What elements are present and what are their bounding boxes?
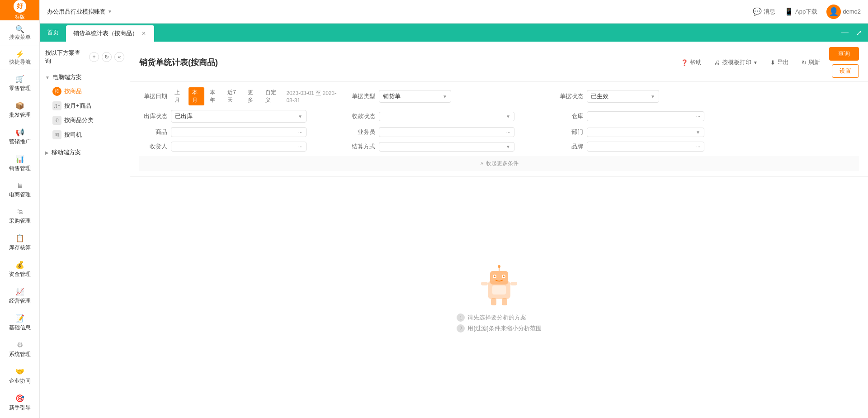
tree-child-by-month-product[interactable]: 月+ 按月+商品 bbox=[40, 99, 130, 113]
basic-icon: 📝 bbox=[15, 314, 24, 323]
tab-bar: 首页 销货单统计表（按商品） ✕ — ⤢ bbox=[40, 24, 868, 42]
payment-select[interactable]: ▼ bbox=[379, 142, 514, 152]
left-panel: 按以下方案查询 + ↻ « ▼ 电脑端方案 bbox=[40, 42, 130, 418]
search-menu-label: 搜索菜单 bbox=[9, 34, 31, 40]
date-tab-last-month[interactable]: 上月 bbox=[171, 87, 187, 105]
salesman-dots[interactable]: ··· bbox=[506, 129, 510, 135]
content-area: 按以下方案查询 + ↻ « ▼ 电脑端方案 bbox=[40, 42, 868, 418]
sidebar-sales-label: 销售管理 bbox=[9, 165, 31, 172]
collapse-panel-btn[interactable]: « bbox=[114, 52, 124, 62]
recipient-dots[interactable]: ··· bbox=[298, 144, 302, 149]
doc-status-select[interactable]: 已生效 ▼ bbox=[587, 90, 659, 103]
print-template-btn[interactable]: 🖨 按模板打印 ▼ bbox=[711, 57, 761, 68]
svg-rect-12 bbox=[492, 285, 506, 294]
sidebar: 好 标版 🔍 搜索菜单 ⚡ 快捷导航 🛒 零售管理 📦 批发管理 📢 营销推广 … bbox=[0, 0, 40, 418]
export-icon: ⬇ bbox=[770, 59, 775, 66]
salesman-label: 业务员 bbox=[343, 128, 379, 136]
date-tab-custom[interactable]: 自定义 bbox=[262, 87, 282, 105]
salesman-input[interactable]: ··· bbox=[379, 127, 514, 137]
query-btn[interactable]: 查询 bbox=[829, 47, 859, 61]
sidebar-item-system[interactable]: ⚙ 系统管理 bbox=[0, 336, 39, 363]
app-logo[interactable]: 好 标版 bbox=[0, 0, 40, 20]
brand-label: 品牌 bbox=[551, 142, 587, 151]
sidebar-item-marketing[interactable]: 📢 营销推广 bbox=[0, 124, 39, 150]
by-category-label: 按商品分类 bbox=[64, 116, 94, 124]
sidebar-item-newbie[interactable]: 🎯 新手引导 bbox=[0, 390, 39, 416]
sidebar-item-operations[interactable]: 📈 经营管理 bbox=[0, 283, 39, 309]
out-status-select[interactable]: 已出库 ▼ bbox=[171, 110, 307, 123]
tab-close-btn[interactable]: ✕ bbox=[141, 29, 147, 38]
user-menu[interactable]: 👤 demo2 bbox=[826, 5, 861, 19]
recipient-input[interactable]: ··· bbox=[171, 142, 307, 152]
tree-parent-desktop[interactable]: ▼ 电脑端方案 bbox=[40, 71, 130, 84]
sidebar-item-wholesale[interactable]: 📦 批发管理 bbox=[0, 97, 39, 124]
tree-mobile-expand-icon: ▶ bbox=[45, 150, 49, 155]
empty-tip-1: 1 请先选择要分析的方案 bbox=[457, 314, 541, 322]
message-btn[interactable]: 💬 消息 bbox=[753, 7, 775, 16]
app-download-btn[interactable]: 📱 App下载 bbox=[784, 7, 817, 16]
tip-text-2: 用[过滤]条件来缩小分析范围 bbox=[467, 324, 541, 332]
export-btn[interactable]: ⬇ 导出 bbox=[767, 57, 793, 68]
sidebar-item-inventory[interactable]: 📋 库存核算 bbox=[0, 229, 39, 256]
sidebar-enterprise-label: 企业协同 bbox=[9, 377, 31, 385]
receive-status-select[interactable]: ▼ bbox=[379, 112, 514, 121]
ecommerce-icon: 🖥 bbox=[16, 181, 24, 190]
header-left: 办公用品行业模拟账套 ▼ bbox=[47, 8, 112, 16]
sidebar-item-basic[interactable]: 📝 基础信息 bbox=[0, 309, 39, 336]
user-avatar: 👤 bbox=[826, 5, 841, 19]
newbie-icon: 🎯 bbox=[15, 394, 24, 403]
sidebar-item-purchase[interactable]: 🛍 采购管理 bbox=[0, 203, 39, 229]
panel-header: 按以下方案查询 + ↻ « bbox=[40, 45, 130, 69]
tree-child-by-category[interactable]: 分 按商品分类 bbox=[40, 113, 130, 128]
export-label: 导出 bbox=[777, 58, 789, 66]
date-tab-this-year[interactable]: 本年 bbox=[206, 87, 222, 105]
warehouse-select[interactable]: ··· bbox=[587, 111, 704, 121]
out-status-value: 已出库 bbox=[175, 112, 193, 120]
warehouse-label: 仓库 bbox=[551, 112, 587, 120]
sidebar-item-sales[interactable]: 📊 销售管理 bbox=[0, 150, 39, 177]
tab-sales-stats[interactable]: 销货单统计表（按商品） ✕ bbox=[66, 25, 154, 42]
date-tab-this-month[interactable]: 本月 bbox=[189, 87, 204, 105]
sidebar-item-ecommerce[interactable]: 🖥 电商管理 bbox=[0, 177, 39, 203]
brand-dots[interactable]: ··· bbox=[696, 144, 700, 149]
svg-rect-8 bbox=[481, 282, 488, 285]
collapse-filter-bar[interactable]: ∧ 收起更多条件 bbox=[139, 156, 859, 171]
sidebar-item-appstore[interactable]: 🔲 应用中心 bbox=[0, 416, 39, 418]
tree-section-mobile: ▶ 移动端方案 bbox=[40, 144, 130, 161]
tab-minimize-btn[interactable]: — bbox=[839, 28, 851, 38]
refresh-label: 刷新 bbox=[808, 58, 820, 66]
sidebar-item-enterprise[interactable]: 🤝 企业协同 bbox=[0, 363, 39, 390]
settings-btn[interactable]: 设置 bbox=[832, 64, 859, 78]
page-title: 销货单统计表(按商品) bbox=[139, 57, 218, 68]
dept-label: 部门 bbox=[551, 128, 587, 136]
add-icon: + bbox=[92, 54, 95, 60]
empty-state: 1 请先选择要分析的方案 2 用[过滤]条件来缩小分析范围 bbox=[130, 177, 868, 418]
tab-maximize-btn[interactable]: ⤢ bbox=[853, 28, 864, 38]
add-scheme-btn[interactable]: + bbox=[89, 52, 99, 62]
svg-point-5 bbox=[503, 276, 505, 277]
refresh-data-icon: ↻ bbox=[802, 59, 807, 66]
search-menu[interactable]: 🔍 搜索菜单 bbox=[0, 20, 39, 46]
product-dots[interactable]: ··· bbox=[298, 129, 302, 135]
date-tab-more[interactable]: 更多 bbox=[244, 87, 260, 105]
sidebar-item-finance[interactable]: 💰 资金管理 bbox=[0, 256, 39, 283]
sidebar-retail-label: 零售管理 bbox=[9, 85, 31, 92]
brand-input[interactable]: ··· bbox=[587, 142, 704, 152]
refresh-scheme-btn[interactable]: ↻ bbox=[102, 52, 112, 62]
quick-nav[interactable]: ⚡ 快捷导航 bbox=[0, 46, 39, 70]
tree-child-by-product[interactable]: 按 按商品 bbox=[40, 84, 130, 99]
help-btn[interactable]: ❓ 帮助 bbox=[677, 57, 705, 68]
tab-home[interactable]: 首页 bbox=[40, 24, 66, 42]
sidebar-item-retail[interactable]: 🛒 零售管理 bbox=[0, 70, 39, 97]
tree-child-by-cashier[interactable]: 司 按司机 bbox=[40, 128, 130, 142]
wholesale-icon: 📦 bbox=[15, 101, 24, 110]
tree-parent-mobile[interactable]: ▶ 移动端方案 bbox=[40, 146, 130, 159]
industry-selector[interactable]: 办公用品行业模拟账套 ▼ bbox=[47, 8, 112, 16]
refresh-btn[interactable]: ↻ 刷新 bbox=[798, 57, 824, 68]
dept-arrow-icon: ▼ bbox=[696, 130, 700, 135]
doc-type-select[interactable]: 销货单 ▼ bbox=[379, 90, 451, 103]
date-tab-7days[interactable]: 近7天 bbox=[224, 87, 242, 105]
dept-select[interactable]: ▼ bbox=[587, 128, 704, 137]
product-input[interactable]: ··· bbox=[171, 127, 307, 137]
empty-tips: 1 请先选择要分析的方案 2 用[过滤]条件来缩小分析范围 bbox=[457, 314, 541, 332]
